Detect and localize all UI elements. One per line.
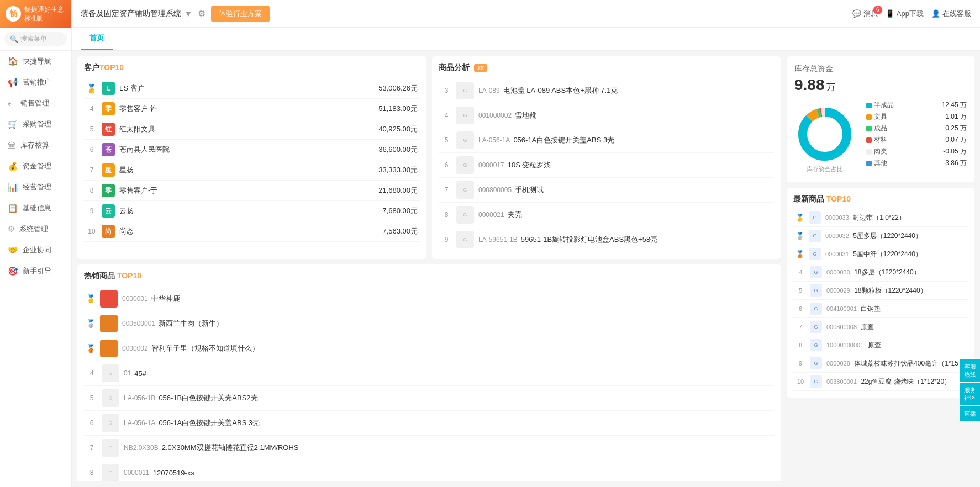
legend-dot xyxy=(866,126,872,131)
rank-number: 8 xyxy=(795,342,805,348)
legend-name: 材料 xyxy=(866,135,887,145)
product-thumb: G xyxy=(456,231,474,248)
product-code: LA-056-1A xyxy=(124,419,155,427)
sales-product-item: 4 G 001000002 雪地靴 xyxy=(439,103,774,128)
legend-name: 其他 xyxy=(866,158,887,168)
product-name: 中华神鹿 xyxy=(151,294,180,304)
search-area[interactable]: 🔍 搜索菜单 xyxy=(0,28,71,51)
hot-product-item: 4 G 01 45# xyxy=(84,361,774,386)
app-download-btn[interactable]: 📱 App下载 xyxy=(886,9,924,19)
sidebar-item-marketing[interactable]: 📢 营销推广 xyxy=(0,72,71,93)
product-code: 0000021 xyxy=(478,211,504,219)
sales-product-item: 3 G LA-089 电池盖 LA-089 ABS本色+黑种 7.1克 xyxy=(439,78,774,103)
main-container: 装备及固定资产辅助管理系统 ▼ ⚙ 体验行业方案 💬 消息 6 📱 App下载 … xyxy=(72,0,980,487)
product-name: 5厘中纤（1220*2440） xyxy=(853,250,922,258)
product-info: 004100001 白钢垫 xyxy=(826,304,966,314)
sidebar-item-operations[interactable]: 📊 经营管理 xyxy=(0,177,71,198)
product-code: 001000002 xyxy=(478,112,512,119)
hot-product-item: 8 G 0000011 12070519-xs xyxy=(84,460,774,481)
product-name: 056-1B白色按键开关壳ABS2壳 xyxy=(159,393,257,403)
rank-number: 4 xyxy=(86,369,97,377)
rank-number: 9 xyxy=(441,236,452,244)
product-code: 0000031 xyxy=(825,251,849,257)
dropdown-icon[interactable]: ▼ xyxy=(185,9,192,18)
customer-avatar: 零 xyxy=(102,184,115,197)
rank-number: 6 xyxy=(86,419,97,427)
customer-avatar: 红 xyxy=(102,123,115,136)
rank-number: 9 xyxy=(795,360,805,367)
product-info: LA-59651-1B 59651-1B旋转投影灯电池盒ABS黑色+58壳 xyxy=(478,235,772,245)
sidebar-item-purchase[interactable]: 🛒 采购管理 xyxy=(0,114,71,135)
sidebar-item-enterprise[interactable]: 🤝 企业协同 xyxy=(0,240,71,261)
sales-products-title: 商品分析 22 xyxy=(439,63,774,73)
product-info: 10000100001 原查 xyxy=(826,341,966,350)
logo-icon: 畅 xyxy=(6,6,21,22)
rank-number: 9 xyxy=(86,207,97,215)
message-badge: 6 xyxy=(873,6,882,14)
hot-products-card: 热销商品 TOP10 🥇 0000001 中华神鹿 🥈 000500001 新西… xyxy=(77,264,781,481)
customer-avatar: 尚 xyxy=(102,225,115,238)
rank-number: 6 xyxy=(86,146,97,153)
sidebar-item-guide[interactable]: 🎯 新手引导 xyxy=(0,261,71,282)
float-btn-service[interactable]: 客服 热线 xyxy=(960,359,980,382)
product-thumb: G xyxy=(810,357,822,369)
customer-avatar: 零 xyxy=(102,102,115,115)
new-product-item: 🥇 G 0000033 封边带（1.0*22） xyxy=(793,209,968,227)
product-code: 01 xyxy=(124,369,131,377)
product-code: LA-59651-1B xyxy=(478,236,518,244)
sidebar-item-system[interactable]: ⚙ 系统管理 xyxy=(0,219,71,240)
customer-list-item: 5 红 红太阳文具 40,925.00元 xyxy=(84,119,420,140)
settings-icon[interactable]: ⚙ xyxy=(198,8,206,19)
content-area: 客户TOP10 🥇 L LS 客户 53,006.26元 4 零 零售客户-许 … xyxy=(72,51,980,487)
customer-amount: 21,680.00元 xyxy=(378,186,418,195)
tab-home[interactable]: 首页 xyxy=(81,28,113,50)
sidebar-item-inventory[interactable]: 🏛 库存核算 xyxy=(0,135,71,156)
product-thumb: G xyxy=(456,107,474,124)
product-info: 01 45# xyxy=(124,369,772,378)
search-input-wrapper[interactable]: 🔍 搜索菜单 xyxy=(4,32,67,46)
product-name: 夹壳 xyxy=(508,210,522,220)
legend-item: 半成品 12.45 万 xyxy=(866,99,967,111)
product-code: 0000017 xyxy=(478,161,504,169)
legend-item: 肉类 -0.05 万 xyxy=(866,146,967,157)
customer-amount: 7,563.00元 xyxy=(382,226,418,236)
rank-number: 7 xyxy=(441,186,452,194)
product-info: LA-056-1A 056-1A白色按键开关盖ABS 3壳 xyxy=(124,418,772,428)
float-btn-live[interactable]: 直播 xyxy=(960,406,980,421)
product-thumb: G xyxy=(456,156,474,174)
logo-area: 畅 畅捷通好生意 标准版 xyxy=(0,0,71,28)
sidebar-item-finance[interactable]: 💰 资金管理 xyxy=(0,156,71,177)
messages-btn[interactable]: 💬 消息 6 xyxy=(852,9,878,19)
legend-item: 材料 0.07 万 xyxy=(866,134,967,146)
hot-product-item: 🥈 000500001 新西兰牛肉（新牛） xyxy=(84,311,774,336)
trial-btn[interactable]: 体验行业方案 xyxy=(211,6,270,22)
new-product-item: 🥈 G 0000032 5厘多层（1220*2440） xyxy=(793,227,968,245)
sidebar-item-label: 销售管理 xyxy=(20,98,49,108)
sidebar-item-quicknav[interactable]: 🏠 快捷导航 xyxy=(0,51,71,72)
customer-avatar: 苍 xyxy=(102,143,115,156)
legend-item: 成品 0.25 万 xyxy=(866,123,967,134)
sidebar-item-label: 营销推广 xyxy=(23,77,51,87)
customer-amount: 36,600.00元 xyxy=(378,145,418,155)
customer-list-item: 10 尚 尚态 7,563.00元 xyxy=(84,221,420,242)
system-icon: ⚙ xyxy=(8,224,15,234)
guide-icon: 🎯 xyxy=(8,266,18,276)
online-service-btn[interactable]: 👤 在线客服 xyxy=(931,9,971,19)
sidebar-item-sales[interactable]: 🏷 销售管理 xyxy=(0,93,71,114)
sidebar-item-label: 库存核算 xyxy=(20,140,49,150)
new-product-list: 🥇 G 0000033 封边带（1.0*22） 🥈 G 0000032 5厘多层… xyxy=(793,209,968,391)
sidebar-item-basic-info[interactable]: 📋 基础信息 xyxy=(0,198,71,219)
sidebar-item-label: 基础信息 xyxy=(23,203,51,213)
sales-product-item: 8 G 0000021 夹壳 xyxy=(439,203,774,227)
float-btn-community[interactable]: 服务 社区 xyxy=(960,383,980,405)
customer-amount: 33,333.00元 xyxy=(378,165,418,175)
customer-name: 红太阳文具 xyxy=(119,124,374,134)
right-column: 库存总资金 9.88 万 xyxy=(787,56,974,481)
product-code: 0000029 xyxy=(826,287,850,294)
sidebar-item-label: 新手引导 xyxy=(23,266,51,276)
product-name: 18多层（1220*2440） xyxy=(854,268,920,276)
customer-list-item: 6 苍 苍南县人民医院 36,600.00元 xyxy=(84,140,420,160)
enterprise-icon: 🤝 xyxy=(8,245,18,255)
rank-number: 5 xyxy=(86,125,97,133)
product-info: LA-056-1B 056-1B白色按键开关壳ABS2壳 xyxy=(124,393,772,403)
